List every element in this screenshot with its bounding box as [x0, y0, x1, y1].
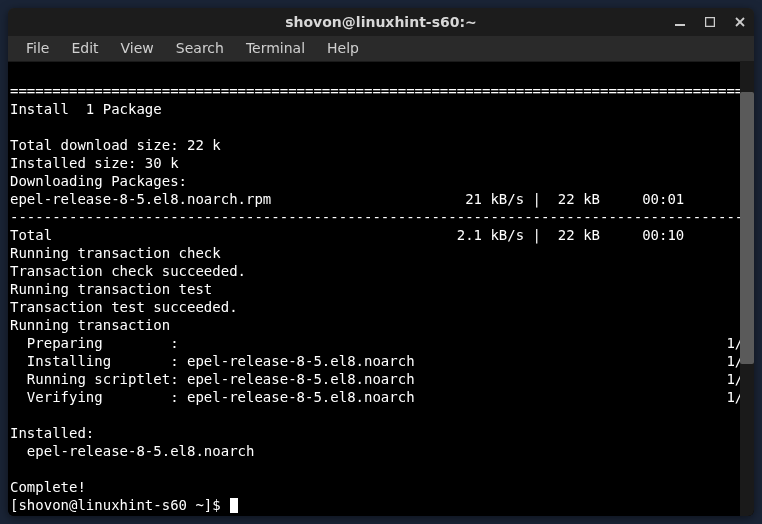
- menu-view[interactable]: View: [111, 36, 164, 60]
- scrollbar[interactable]: [740, 62, 754, 516]
- output-line: Installed size: 30 k: [10, 155, 179, 171]
- output-line: Preparing : 1/1: [10, 335, 740, 351]
- output-line: Running transaction check: [10, 245, 221, 261]
- menu-edit[interactable]: Edit: [61, 36, 108, 60]
- menu-help[interactable]: Help: [317, 36, 369, 60]
- scrollbar-thumb[interactable]: [740, 92, 754, 364]
- window-title: shovon@linuxhint-s60:~: [285, 14, 477, 30]
- output-line: Transaction test succeeded.: [10, 299, 238, 315]
- minimize-icon[interactable]: [672, 14, 688, 30]
- output-line: Install 1 Package: [10, 101, 162, 117]
- output-line: Running scriptlet: epel-release-8-5.el8.…: [10, 371, 740, 387]
- output-line: epel-release-8-5.el8.noarch.rpm 21 kB/s …: [10, 191, 718, 207]
- output-line: Verifying : epel-release-8-5.el8.noarch …: [10, 389, 740, 405]
- output-line: ----------------------------------------…: [10, 209, 740, 225]
- shell-prompt: [shovon@linuxhint-s60 ~]$: [10, 497, 238, 513]
- output-line: Installing : epel-release-8-5.el8.noarch…: [10, 353, 740, 369]
- terminal-output[interactable]: ========================================…: [8, 62, 740, 516]
- menu-file[interactable]: File: [16, 36, 59, 60]
- output-line: Total download size: 22 k: [10, 137, 221, 153]
- menu-terminal[interactable]: Terminal: [236, 36, 315, 60]
- output-line: ========================================…: [10, 83, 740, 99]
- svg-rect-0: [675, 24, 685, 26]
- close-icon[interactable]: [732, 14, 748, 30]
- output-line: Transaction check succeeded.: [10, 263, 246, 279]
- output-line: Total 2.1 kB/s | 22 kB 00:10: [10, 227, 726, 243]
- titlebar: shovon@linuxhint-s60:~: [8, 8, 754, 36]
- terminal-area: ========================================…: [8, 62, 754, 516]
- output-line: Complete!: [10, 479, 86, 495]
- output-line: Running transaction test: [10, 281, 212, 297]
- output-line: Installed:: [10, 425, 94, 441]
- window-controls: [672, 14, 748, 30]
- output-line: Running transaction: [10, 317, 170, 333]
- maximize-icon[interactable]: [702, 14, 718, 30]
- cursor: [230, 498, 238, 513]
- output-line: Downloading Packages:: [10, 173, 187, 189]
- terminal-window: shovon@linuxhint-s60:~ File Edit View Se…: [8, 8, 754, 516]
- svg-rect-1: [706, 17, 715, 26]
- menu-search[interactable]: Search: [166, 36, 234, 60]
- menubar: File Edit View Search Terminal Help: [8, 36, 754, 62]
- output-line: epel-release-8-5.el8.noarch: [10, 443, 735, 459]
- prompt-text: [shovon@linuxhint-s60 ~]$: [10, 497, 229, 513]
